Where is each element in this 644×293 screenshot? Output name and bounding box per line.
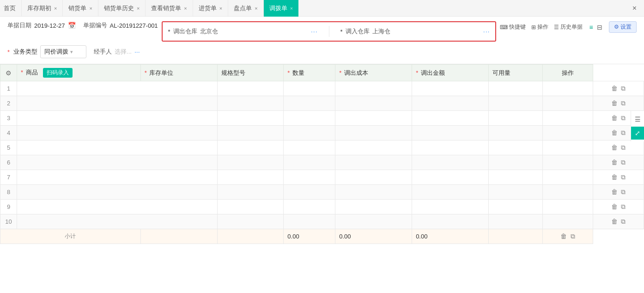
tab-sales-history-close[interactable]: × — [137, 6, 140, 11]
amount-cell-2[interactable] — [489, 96, 543, 111]
layout-list-icon[interactable]: ≡ — [588, 23, 594, 32]
cost-cell-8[interactable] — [412, 185, 489, 200]
avail-cell-5[interactable] — [542, 140, 593, 155]
tab-transfer-close[interactable]: × — [290, 6, 293, 11]
amount-cell-6[interactable] — [489, 155, 543, 170]
spec-cell-4[interactable] — [284, 126, 335, 140]
goods-cell-10[interactable] — [17, 214, 218, 229]
copy-icon-9[interactable]: ⧉ — [621, 203, 626, 210]
sidebar-list-icon[interactable]: ☰ — [631, 113, 644, 126]
tab-sales[interactable]: 销货单 × — [63, 0, 98, 17]
tab-purchase[interactable]: 进货单 × — [193, 0, 228, 17]
spec-cell-7[interactable] — [284, 170, 335, 185]
cost-cell-5[interactable] — [412, 140, 489, 155]
delete-icon-1[interactable]: 🗑 — [611, 85, 618, 92]
goods-cell-9[interactable] — [17, 200, 218, 214]
spec-cell-8[interactable] — [284, 185, 335, 200]
tab-sales-close[interactable]: × — [89, 6, 92, 11]
unit-cell-4[interactable] — [217, 126, 284, 140]
spec-cell-3[interactable] — [284, 111, 335, 126]
cost-cell-3[interactable] — [412, 111, 489, 126]
delete-icon-2[interactable]: 🗑 — [611, 99, 618, 107]
spec-cell-6[interactable] — [284, 155, 335, 170]
avail-cell-10[interactable] — [542, 214, 593, 229]
tab-inventory-init[interactable]: 库存期初 × — [22, 0, 63, 17]
amount-cell-8[interactable] — [489, 185, 543, 200]
shortcut-button[interactable]: ⌨ 快捷键 — [500, 23, 526, 31]
goods-cell-5[interactable] — [17, 140, 218, 155]
avail-cell-2[interactable] — [542, 96, 593, 111]
amount-cell-3[interactable] — [489, 111, 543, 126]
amount-cell-10[interactable] — [489, 214, 543, 229]
amount-cell-4[interactable] — [489, 126, 543, 140]
delete-icon-10[interactable]: 🗑 — [611, 218, 618, 225]
window-close-button[interactable]: × — [629, 4, 640, 12]
qty-cell-2[interactable] — [335, 96, 412, 111]
qty-cell-10[interactable] — [335, 214, 412, 229]
goods-cell-2[interactable] — [17, 96, 218, 111]
cost-cell-1[interactable] — [412, 81, 489, 96]
qty-cell-9[interactable] — [335, 200, 412, 214]
avail-cell-3[interactable] — [542, 111, 593, 126]
qty-cell-8[interactable] — [335, 185, 412, 200]
tab-view-sales[interactable]: 查看销货单 × — [146, 0, 193, 17]
person-more-button[interactable]: ··· — [134, 48, 140, 55]
spec-cell-10[interactable] — [284, 214, 335, 229]
avail-cell-6[interactable] — [542, 155, 593, 170]
spec-cell-9[interactable] — [284, 200, 335, 214]
copy-icon-3[interactable]: ⧉ — [621, 114, 626, 122]
unit-cell-10[interactable] — [217, 214, 284, 229]
avail-cell-1[interactable] — [542, 81, 593, 96]
qty-cell-6[interactable] — [335, 155, 412, 170]
avail-cell-8[interactable] — [542, 185, 593, 200]
tab-transfer[interactable]: 调拨单 × — [264, 0, 298, 17]
unit-cell-2[interactable] — [217, 96, 284, 111]
qty-cell-5[interactable] — [335, 140, 412, 155]
amount-cell-1[interactable] — [489, 81, 543, 96]
copy-icon-6[interactable]: ⧉ — [621, 159, 626, 166]
amount-cell-5[interactable] — [489, 140, 543, 155]
qty-cell-1[interactable] — [335, 81, 412, 96]
goods-cell-8[interactable] — [17, 185, 218, 200]
tab-view-sales-close[interactable]: × — [184, 6, 187, 11]
copy-icon-10[interactable]: ⧉ — [621, 218, 626, 225]
sidebar-expand-icon[interactable]: ⤢ — [631, 127, 644, 140]
cost-cell-2[interactable] — [412, 96, 489, 111]
spec-cell-2[interactable] — [284, 96, 335, 111]
qty-cell-4[interactable] — [335, 126, 412, 140]
copy-icon-2[interactable]: ⧉ — [621, 99, 626, 107]
cost-cell-4[interactable] — [412, 126, 489, 140]
unit-cell-8[interactable] — [217, 185, 284, 200]
biz-type-select[interactable]: 同价调拨 ▾ — [40, 45, 86, 58]
unit-cell-5[interactable] — [217, 140, 284, 155]
setting-button[interactable]: ⚙ 设置 — [609, 21, 637, 33]
tab-stocktake-close[interactable]: × — [255, 6, 257, 11]
calendar-icon[interactable]: 📅 — [68, 22, 76, 29]
goods-cell-7[interactable] — [17, 170, 218, 185]
tab-home[interactable]: 首页 — [4, 0, 22, 17]
copy-icon-4[interactable]: ⧉ — [621, 129, 626, 136]
qty-cell-7[interactable] — [335, 170, 412, 185]
out-wh-more-button[interactable]: ··· — [311, 28, 318, 35]
delete-icon-9[interactable]: 🗑 — [611, 203, 618, 210]
goods-cell-1[interactable] — [17, 81, 218, 96]
unit-cell-3[interactable] — [217, 111, 284, 126]
goods-cell-6[interactable] — [17, 155, 218, 170]
tab-inventory-init-close[interactable]: × — [54, 6, 57, 11]
copy-icon-8[interactable]: ⧉ — [621, 188, 626, 195]
avail-cell-9[interactable] — [542, 200, 593, 214]
table-gear-icon[interactable]: ⚙ — [6, 69, 12, 77]
history-button[interactable]: ☰ 历史单据 — [554, 23, 583, 31]
tab-stocktake[interactable]: 盘点单 × — [228, 0, 263, 17]
delete-icon-8[interactable]: 🗑 — [611, 188, 618, 195]
amount-cell-9[interactable] — [489, 200, 543, 214]
delete-icon-7[interactable]: 🗑 — [611, 173, 618, 181]
delete-icon-4[interactable]: 🗑 — [611, 129, 618, 136]
delete-icon-3[interactable]: 🗑 — [611, 114, 618, 122]
unit-cell-6[interactable] — [217, 155, 284, 170]
cost-cell-6[interactable] — [412, 155, 489, 170]
avail-cell-7[interactable] — [542, 170, 593, 185]
goods-cell-4[interactable] — [17, 126, 218, 140]
tab-purchase-close[interactable]: × — [219, 6, 222, 11]
copy-icon-7[interactable]: ⧉ — [621, 173, 626, 181]
